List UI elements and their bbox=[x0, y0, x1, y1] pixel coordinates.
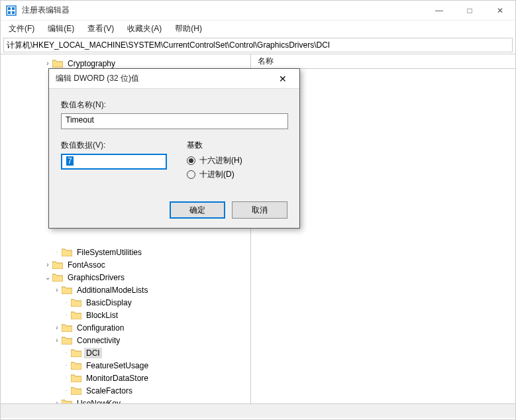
edit-dword-dialog: 编辑 DWORD (32 位)值 ✕ 数值名称(N): Timeout 数值数据… bbox=[48, 68, 300, 229]
base-groupbox-label: 基数 bbox=[187, 140, 242, 151]
tree-label: FeatureSetUsage bbox=[84, 360, 150, 371]
tree-item-usenewkey[interactable]: › UseNewKey bbox=[6, 397, 250, 403]
tree-item-additionalmodelists[interactable]: › AdditionalModeLists bbox=[6, 284, 250, 296]
svg-rect-3 bbox=[8, 11, 11, 14]
folder-icon bbox=[62, 399, 72, 404]
chevron-right-icon[interactable]: › bbox=[43, 261, 52, 268]
chevron-down-icon[interactable]: ⌄ bbox=[43, 274, 52, 281]
dialog-close-button[interactable]: ✕ bbox=[273, 74, 293, 84]
tree-item-connectivity[interactable]: › Connectivity bbox=[6, 334, 250, 346]
maximize-button[interactable]: □ bbox=[454, 1, 485, 21]
tree-item-configuration[interactable]: › Configuration bbox=[6, 321, 250, 334]
statusbar bbox=[1, 403, 515, 418]
tree-label: Configuration bbox=[75, 323, 126, 333]
tree-label: DCI bbox=[84, 348, 102, 358]
radio-dec[interactable]: 十进制(D) bbox=[187, 169, 242, 180]
dialog-title: 编辑 DWORD (32 位)值 bbox=[56, 73, 273, 84]
tree-item-scalefactors[interactable]: · ScaleFactors bbox=[6, 384, 250, 397]
svg-rect-4 bbox=[12, 11, 15, 14]
chevron-right-icon[interactable]: › bbox=[52, 324, 62, 331]
folder-icon bbox=[71, 348, 81, 358]
menu-view[interactable]: 查看(V) bbox=[82, 22, 119, 36]
ok-button[interactable]: 确定 bbox=[170, 201, 225, 219]
minimize-button[interactable]: — bbox=[424, 1, 454, 21]
tree-dot-icon: · bbox=[62, 388, 71, 394]
chevron-right-icon[interactable]: › bbox=[52, 337, 62, 344]
folder-icon bbox=[62, 248, 72, 257]
radio-icon bbox=[187, 170, 195, 179]
tree-label: FileSystemUtilities bbox=[75, 247, 144, 258]
tree-label: BasicDisplay bbox=[84, 297, 134, 308]
folder-icon bbox=[71, 386, 81, 395]
tree-label: BlockList bbox=[84, 310, 120, 321]
chevron-right-icon[interactable]: › bbox=[52, 399, 62, 403]
tree-item-featuresetusage[interactable]: · FeatureSetUsage bbox=[6, 359, 250, 372]
tree-dot-icon: · bbox=[62, 299, 71, 305]
svg-rect-2 bbox=[12, 7, 15, 10]
folder-icon bbox=[52, 260, 63, 270]
tree-item-blocklist[interactable]: · BlockList bbox=[6, 309, 250, 321]
value-name-input[interactable]: Timeout bbox=[61, 113, 288, 129]
radio-hex-label: 十六进制(H) bbox=[199, 155, 242, 166]
radio-icon bbox=[187, 156, 195, 165]
value-data-label: 数值数据(V): bbox=[61, 140, 167, 151]
value-name-text: Timeout bbox=[66, 115, 94, 125]
menu-help[interactable]: 帮助(H) bbox=[170, 22, 207, 36]
tree-item-filesystemutilities[interactable]: · FileSystemUtilities bbox=[6, 246, 250, 258]
svg-rect-1 bbox=[8, 7, 11, 10]
menu-edit[interactable]: 编辑(E) bbox=[42, 22, 79, 36]
menubar: 文件(F) 编辑(E) 查看(V) 收藏夹(A) 帮助(H) bbox=[1, 21, 515, 36]
folder-icon bbox=[71, 374, 81, 383]
tree-item-basicdisplay[interactable]: · BasicDisplay bbox=[6, 296, 250, 309]
tree-label: Connectivity bbox=[75, 335, 122, 346]
folder-icon bbox=[62, 336, 72, 345]
tree-item-dci[interactable]: · DCI bbox=[6, 346, 250, 359]
folder-icon bbox=[71, 311, 81, 320]
tree-label: MonitorDataStore bbox=[84, 373, 150, 384]
radio-dec-label: 十进制(D) bbox=[199, 169, 234, 180]
tree-label: AdditionalModeLists bbox=[75, 285, 150, 295]
chevron-right-icon[interactable]: › bbox=[52, 286, 62, 293]
tree-item-graphicsdrivers[interactable]: ⌄ GraphicsDrivers bbox=[6, 271, 250, 284]
tree-label: ScaleFactors bbox=[84, 386, 134, 396]
titlebar: 注册表编辑器 — □ ✕ bbox=[1, 1, 515, 21]
tree-label: FontAssoc bbox=[66, 260, 107, 270]
close-button[interactable]: ✕ bbox=[485, 1, 515, 21]
chevron-right-icon[interactable]: › bbox=[43, 60, 52, 67]
folder-icon bbox=[71, 298, 81, 307]
tree-dot-icon: · bbox=[62, 362, 71, 368]
tree-dot-icon: · bbox=[62, 375, 71, 381]
address-text: 计算机\HKEY_LOCAL_MACHINE\SYSTEM\CurrentCon… bbox=[7, 40, 330, 51]
tree-item-fontassoc[interactable]: › FontAssoc bbox=[6, 258, 250, 271]
folder-icon bbox=[52, 59, 63, 68]
column-header-name[interactable]: 名称 bbox=[251, 54, 515, 69]
app-icon bbox=[6, 5, 17, 16]
folder-icon bbox=[62, 286, 72, 295]
value-name-label: 数值名称(N): bbox=[61, 99, 287, 111]
address-bar[interactable]: 计算机\HKEY_LOCAL_MACHINE\SYSTEM\CurrentCon… bbox=[3, 38, 513, 52]
window-title: 注册表编辑器 bbox=[22, 5, 424, 16]
tree-dot-icon: · bbox=[52, 249, 62, 255]
value-data-text: 7 bbox=[66, 156, 74, 166]
tree-label: Cryptography bbox=[66, 58, 117, 69]
radio-hex[interactable]: 十六进制(H) bbox=[187, 155, 242, 166]
tree-item-monitordatastore[interactable]: · MonitorDataStore bbox=[6, 372, 250, 384]
folder-icon bbox=[71, 361, 81, 370]
tree-label: UseNewKey bbox=[75, 398, 123, 404]
cancel-button[interactable]: 取消 bbox=[232, 201, 287, 219]
menu-favorites[interactable]: 收藏夹(A) bbox=[122, 22, 167, 36]
menu-file[interactable]: 文件(F) bbox=[3, 22, 40, 36]
tree-label: GraphicsDrivers bbox=[66, 272, 127, 283]
value-data-input[interactable]: 7 bbox=[61, 154, 167, 170]
folder-icon bbox=[62, 323, 72, 333]
tree-dot-icon: · bbox=[62, 312, 71, 318]
folder-open-icon bbox=[52, 273, 63, 282]
dialog-titlebar: 编辑 DWORD (32 位)值 ✕ bbox=[49, 69, 299, 89]
tree-dot-icon: · bbox=[62, 350, 71, 356]
